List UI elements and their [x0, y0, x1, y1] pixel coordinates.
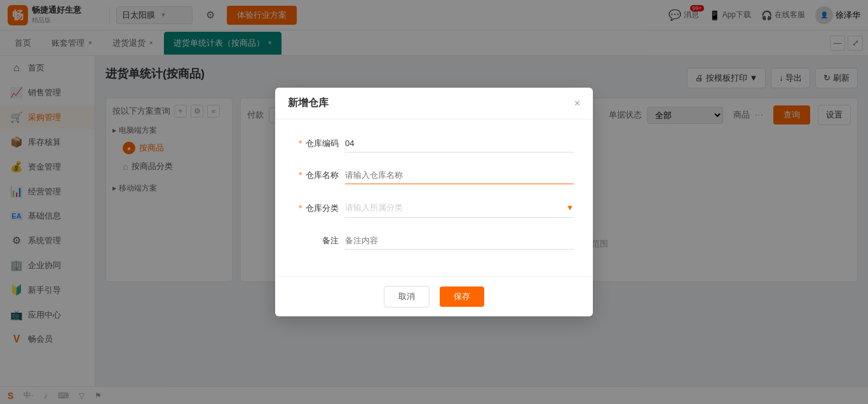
name-required: * — [299, 170, 302, 180]
note-input[interactable] — [345, 232, 574, 250]
modal-title: 新增仓库 — [288, 97, 329, 110]
save-btn[interactable]: 保存 — [440, 286, 484, 307]
note-label: 备注 — [294, 235, 345, 246]
form-row-category: * 仓库分类 请输入所属分类 ▼ — [294, 198, 574, 218]
form-row-code: * 仓库编码 — [294, 135, 574, 152]
code-label: * 仓库编码 — [294, 138, 345, 149]
category-arrow-icon: ▼ — [566, 203, 574, 212]
modal-body: * 仓库编码 * 仓库名称 * 仓库分类 请输入所属 — [275, 119, 593, 276]
category-placeholder: 请输入所属分类 — [345, 202, 403, 213]
name-label-text: 仓库名称 — [306, 170, 339, 180]
category-label-text: 仓库分类 — [306, 203, 339, 213]
cancel-btn[interactable]: 取消 — [384, 286, 430, 307]
modal-header: 新增仓库 × — [275, 88, 593, 119]
category-label: * 仓库分类 — [294, 203, 345, 214]
modal-overlay[interactable]: 新增仓库 × * 仓库编码 * 仓库名称 — [0, 0, 868, 404]
name-label: * 仓库名称 — [294, 170, 345, 181]
form-row-note: 备注 — [294, 232, 574, 250]
category-required: * — [299, 203, 302, 213]
modal-close-btn[interactable]: × — [574, 98, 580, 109]
code-required: * — [299, 138, 302, 148]
form-row-name: * 仓库名称 — [294, 166, 574, 184]
code-input[interactable] — [345, 135, 574, 152]
new-warehouse-modal: 新增仓库 × * 仓库编码 * 仓库名称 — [275, 88, 593, 316]
code-label-text: 仓库编码 — [306, 138, 339, 148]
modal-footer: 取消 保存 — [275, 276, 593, 316]
category-select[interactable]: 请输入所属分类 ▼ — [345, 198, 574, 218]
note-label-text: 备注 — [322, 236, 339, 245]
name-input[interactable] — [345, 166, 574, 184]
